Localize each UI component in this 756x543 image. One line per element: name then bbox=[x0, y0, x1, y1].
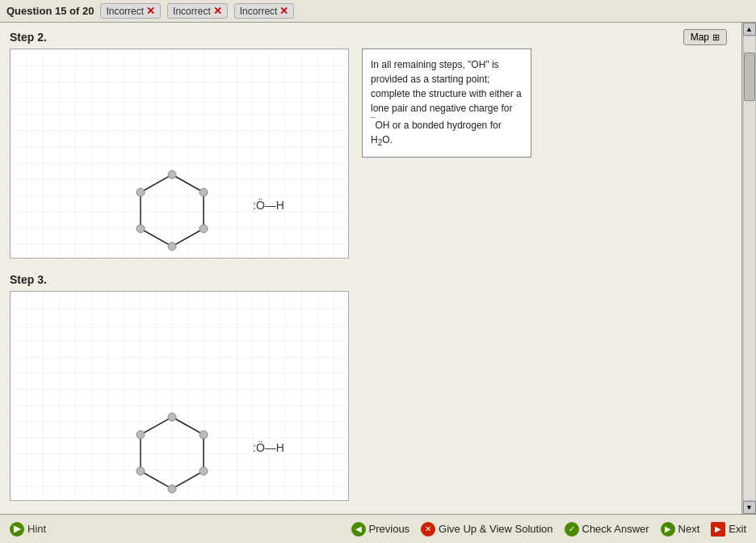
info-box: In all remaining steps, "OH" is provided… bbox=[362, 48, 531, 158]
svg-rect-7 bbox=[10, 292, 348, 500]
step-2-grid[interactable]: :Ö—H bbox=[10, 48, 349, 259]
svg-point-3 bbox=[200, 225, 208, 233]
svg-point-1 bbox=[168, 170, 176, 179]
incorrect-badge-3: Incorrect ✕ bbox=[234, 3, 295, 19]
map-button[interactable]: Map ⊞ bbox=[683, 29, 727, 45]
hint-label: Hint bbox=[27, 523, 46, 535]
step-3-grid[interactable]: :Ö—H bbox=[10, 291, 349, 501]
give-up-icon: ✕ bbox=[421, 522, 435, 537]
incorrect-label-3: Incorrect bbox=[240, 6, 278, 17]
check-answer-label: Check Answer bbox=[582, 523, 649, 535]
previous-button[interactable]: ◀ Previous bbox=[351, 522, 410, 537]
incorrect-label-1: Incorrect bbox=[106, 6, 144, 17]
check-answer-icon: ✓ bbox=[565, 522, 579, 537]
hint-icon: ▶ bbox=[10, 522, 24, 537]
give-up-button[interactable]: ✕ Give Up & View Solution bbox=[421, 522, 552, 537]
previous-icon: ◀ bbox=[351, 522, 366, 537]
next-icon: ▶ bbox=[661, 522, 675, 537]
step-2-container: Step 2. bbox=[10, 31, 732, 259]
svg-point-9 bbox=[200, 431, 208, 439]
x-icon-3: ✕ bbox=[279, 5, 288, 17]
step-3-content: :Ö—H bbox=[10, 291, 732, 501]
incorrect-label-2: Incorrect bbox=[173, 6, 211, 17]
content-area[interactable]: Map ⊞ Step 2. bbox=[0, 23, 741, 514]
step-3-container: Step 3. bbox=[10, 273, 732, 501]
scrollbar[interactable]: ▲ ▼ bbox=[741, 23, 756, 514]
svg-point-12 bbox=[136, 467, 145, 475]
scroll-track[interactable] bbox=[743, 36, 756, 501]
oh-label-1: :Ö—H bbox=[253, 199, 284, 212]
svg-point-8 bbox=[168, 413, 176, 421]
exit-icon: ▶ bbox=[711, 522, 725, 537]
svg-point-6 bbox=[136, 188, 145, 196]
top-bar: Question 15 of 20 Incorrect ✕ Incorrect … bbox=[0, 0, 756, 23]
incorrect-badge-2: Incorrect ✕ bbox=[167, 3, 228, 19]
nav-buttons: ◀ Previous ✕ Give Up & View Solution ✓ C… bbox=[351, 522, 746, 537]
give-up-label: Give Up & View Solution bbox=[439, 523, 552, 535]
scroll-down-arrow[interactable]: ▼ bbox=[743, 501, 756, 514]
info-box-text: In all remaining steps, "OH" is provided… bbox=[371, 59, 522, 145]
exit-button[interactable]: ▶ Exit bbox=[711, 522, 746, 537]
previous-label: Previous bbox=[369, 523, 410, 535]
step-3-label: Step 3. bbox=[10, 273, 732, 286]
hint-button[interactable]: ▶ Hint bbox=[10, 522, 46, 537]
svg-point-11 bbox=[168, 485, 176, 493]
grid-svg-2 bbox=[10, 292, 348, 500]
svg-point-10 bbox=[200, 467, 208, 475]
next-label: Next bbox=[678, 523, 700, 535]
x-icon-1: ✕ bbox=[146, 5, 155, 17]
oh-label-2: :Ö—H bbox=[253, 441, 284, 454]
svg-rect-0 bbox=[10, 49, 348, 258]
svg-point-5 bbox=[136, 225, 145, 233]
grid-svg-1 bbox=[10, 49, 348, 258]
step-2-content: :Ö—H In all remaining steps, "OH" is pro… bbox=[10, 48, 732, 259]
svg-point-13 bbox=[136, 431, 145, 439]
x-icon-2: ✕ bbox=[213, 5, 222, 17]
map-label: Map bbox=[691, 32, 709, 43]
incorrect-badge-1: Incorrect ✕ bbox=[100, 3, 161, 19]
main-area: Map ⊞ Step 2. bbox=[0, 23, 756, 514]
exit-label: Exit bbox=[729, 523, 746, 535]
bottom-bar: ▶ Hint ◀ Previous ✕ Give Up & View Solut… bbox=[0, 514, 756, 543]
scroll-thumb[interactable] bbox=[744, 53, 755, 101]
step-2-label: Step 2. bbox=[10, 31, 732, 44]
svg-point-2 bbox=[200, 188, 208, 196]
next-button[interactable]: ▶ Next bbox=[661, 522, 700, 537]
scroll-up-arrow[interactable]: ▲ bbox=[743, 23, 756, 36]
question-label: Question 15 of 20 bbox=[6, 5, 94, 17]
check-answer-button[interactable]: ✓ Check Answer bbox=[565, 522, 649, 537]
svg-point-4 bbox=[168, 242, 176, 250]
map-icon: ⊞ bbox=[712, 32, 720, 43]
